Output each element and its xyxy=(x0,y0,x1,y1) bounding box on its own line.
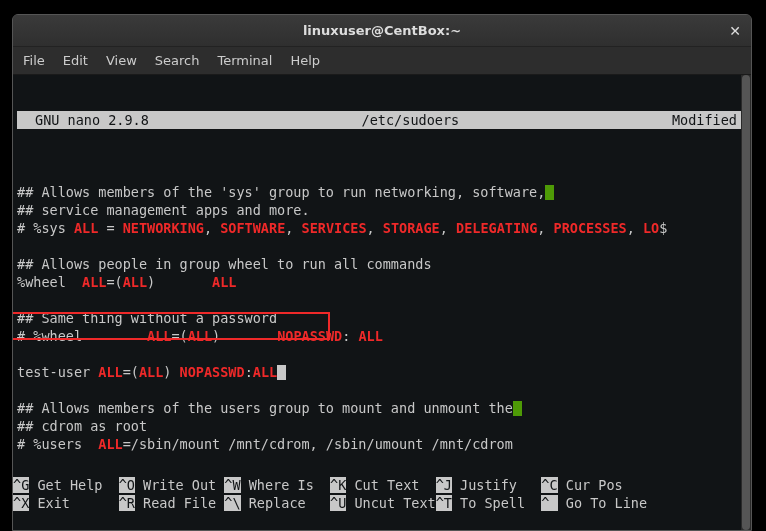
terminal-window: linuxuser@CentBox:~ ✕ File Edit View Sea… xyxy=(12,14,752,531)
nano-header: GNU nano 2.9.8 /etc/sudoers Modified xyxy=(17,111,747,129)
menu-file[interactable]: File xyxy=(23,53,45,68)
shortcut-label: Replace xyxy=(241,495,330,511)
shortcut-key: ^G xyxy=(13,477,29,493)
nano-status: Modified xyxy=(672,111,737,129)
shortcut-key: ^J xyxy=(436,477,452,493)
terminal-area[interactable]: GNU nano 2.9.8 /etc/sudoers Modified ## … xyxy=(13,75,751,530)
text-line: ## Same thing without a password xyxy=(17,310,277,326)
shortcut-label: Cut Text xyxy=(346,477,435,493)
text-line: ## Allows members of the users group to … xyxy=(17,400,513,416)
text-line: # %users xyxy=(17,436,98,452)
shortcut-key: ^U xyxy=(330,495,346,511)
shortcut-label: Exit xyxy=(29,495,118,511)
menubar: File Edit View Search Terminal Help xyxy=(13,47,751,75)
shortcut-label: Cur Pos xyxy=(558,477,623,493)
text-line: # %wheel xyxy=(17,328,147,344)
nano-filename: /etc/sudoers xyxy=(362,111,460,129)
text-line: ## Allows members of the 'sys' group to … xyxy=(17,184,545,200)
close-icon[interactable]: ✕ xyxy=(725,21,745,41)
menu-help[interactable]: Help xyxy=(290,53,320,68)
scrollbar-thumb[interactable] xyxy=(742,75,750,530)
shortcut-key: ^T xyxy=(436,495,452,511)
text-line: %wheel xyxy=(17,274,82,290)
shortcut-key: ^X xyxy=(13,495,29,511)
shortcut-label: Go To Line xyxy=(558,495,647,511)
wrap-marker-icon xyxy=(545,185,554,200)
shortcut-label: Get Help xyxy=(29,477,118,493)
text-line: ## Allows people in group wheel to run a… xyxy=(17,256,432,272)
shortcut-key: ^_ xyxy=(541,495,557,511)
cursor-icon xyxy=(277,365,286,380)
menu-view[interactable]: View xyxy=(106,53,137,68)
shortcut-label: Uncut Text xyxy=(346,495,435,511)
shortcut-label: Justify xyxy=(452,477,541,493)
wrap-marker-icon xyxy=(513,401,522,416)
shortcut-label: Write Out xyxy=(135,477,224,493)
text-line: # %sys xyxy=(17,220,74,236)
shortcut-key: ^O xyxy=(119,477,135,493)
shortcut-label: To Spell xyxy=(452,495,541,511)
text-line: ## service management apps and more. xyxy=(17,202,310,218)
scrollbar[interactable] xyxy=(741,75,751,530)
highlighted-line: test-user xyxy=(17,364,98,380)
shortcut-key: ^C xyxy=(541,477,557,493)
menu-search[interactable]: Search xyxy=(155,53,200,68)
nano-version: GNU nano 2.9.8 xyxy=(35,111,149,129)
shortcut-key: ^W xyxy=(224,477,240,493)
shortcut-key: ^K xyxy=(330,477,346,493)
menu-edit[interactable]: Edit xyxy=(63,53,88,68)
shortcut-label: Read File xyxy=(135,495,224,511)
text-line: ## cdrom as root xyxy=(17,418,147,434)
shortcut-label: Where Is xyxy=(241,477,330,493)
shortcut-key: ^R xyxy=(119,495,135,511)
window-title: linuxuser@CentBox:~ xyxy=(303,23,461,38)
shortcut-key: ^\ xyxy=(224,495,240,511)
nano-shortcuts: ^G Get Help ^O Write Out ^W Where Is ^K … xyxy=(13,458,751,530)
editor-content: ## Allows members of the 'sys' group to … xyxy=(17,147,747,507)
menu-terminal[interactable]: Terminal xyxy=(217,53,272,68)
titlebar[interactable]: linuxuser@CentBox:~ ✕ xyxy=(13,15,751,47)
